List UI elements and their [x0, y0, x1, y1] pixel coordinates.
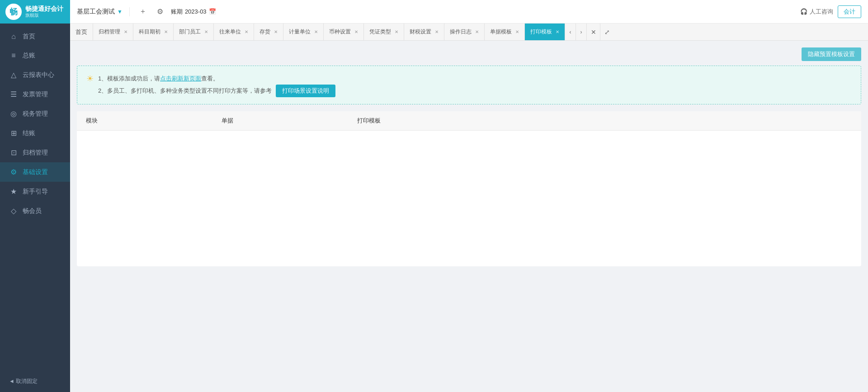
info-line-2: 2、多员工、多打印机、多种业务类型设置不同打印方案等，请参考 打印场景设置说明 — [98, 85, 335, 97]
sidebar-item-label: 基础设置 — [23, 168, 48, 176]
tab-template[interactable]: 单据模板 ✕ — [485, 24, 525, 41]
tab-subject[interactable]: 科目期初 ✕ — [133, 24, 174, 41]
company-selector[interactable]: 基层工会测试 ▼ — [77, 8, 123, 16]
sidebar-item-invoice[interactable]: ☰ 发票管理 — [0, 85, 70, 104]
tab-archive[interactable]: 归档管理 ✕ — [93, 24, 133, 41]
tab-currency-label: 币种设置 — [329, 28, 351, 36]
archive-icon: ⊡ — [9, 148, 18, 157]
action-bar: 隐藏预置模板设置 — [77, 47, 861, 61]
tab-unit-label: 计量单位 — [289, 28, 311, 36]
tab-unit-close-icon[interactable]: ✕ — [314, 30, 318, 34]
tab-print-label: 打印模板 — [530, 28, 552, 36]
topbar-divider-1 — [129, 7, 130, 16]
sidebar-logo: 畅 畅捷通好会计 旗舰版 — [0, 0, 70, 24]
company-name: 基层工会测试 — [77, 8, 115, 16]
sidebar-item-tax[interactable]: ◎ 税务管理 — [0, 104, 70, 123]
period-value: 2023-03 — [185, 8, 207, 15]
member-icon: ◇ — [9, 207, 18, 215]
table-header: 模块 单据 打印模板 — [77, 111, 861, 131]
tabs-next-button[interactable]: › — [576, 24, 587, 41]
tab-taxsetting-label: 财税设置 — [410, 28, 431, 36]
tab-subject-close-icon[interactable]: ✕ — [164, 30, 168, 34]
sidebar-footer[interactable]: ◄ 取消固定 — [0, 371, 70, 392]
sidebar-item-member[interactable]: ◇ 畅会员 — [0, 201, 70, 221]
sidebar-item-label: 税务管理 — [23, 110, 48, 118]
tab-oplog-label: 操作日志 — [450, 28, 472, 36]
tab-currency-close-icon[interactable]: ✕ — [354, 30, 358, 34]
info-line2-prefix: 2、多员工、多打印机、多种业务类型设置不同打印方案等，请参考 — [98, 87, 272, 94]
guide-icon: ★ — [9, 187, 18, 196]
main-area: 基层工会测试 ▼ ＋ ⚙ 账期 2023-03 📅 🎧 人工咨询 会计 首页 归… — [70, 0, 868, 392]
home-icon: ⌂ — [9, 33, 18, 41]
tab-inventory-label: 存货 — [259, 28, 270, 36]
topbar-right: 🎧 人工咨询 会计 — [800, 5, 861, 18]
tabs-prev-button[interactable]: ‹ — [565, 24, 576, 41]
info-box: ☀ 1、模板添加成功后，请点击刷新新页面查看。 2、多员工、多打印机、多种业务类… — [77, 66, 861, 104]
sidebar-item-settings[interactable]: ⚙ 基础设置 — [0, 162, 70, 182]
tab-partner[interactable]: 往来单位 ✕ — [214, 24, 254, 41]
tab-voucher-close-icon[interactable]: ✕ — [395, 30, 398, 34]
settings-gear-icon[interactable]: ⚙ — [154, 5, 166, 18]
sidebar-item-archive[interactable]: ⊡ 归档管理 — [0, 143, 70, 162]
info-text-block: 1、模板添加成功后，请点击刷新新页面查看。 2、多员工、多打印机、多种业务类型设… — [98, 73, 335, 97]
sidebar-item-label: 云报表中心 — [23, 71, 54, 79]
company-chevron-icon: ▼ — [117, 9, 123, 15]
period-info: 账期 2023-03 📅 — [171, 8, 216, 16]
content-area: 隐藏预置模板设置 ☀ 1、模板添加成功后，请点击刷新新页面查看。 2、多员工、多… — [70, 41, 868, 392]
column-print-template: 打印模板 — [348, 111, 861, 130]
info-line1-prefix: 1、模板添加成功后，请 — [98, 75, 160, 82]
invoice-icon: ☰ — [9, 90, 18, 99]
tab-taxsetting[interactable]: 财税设置 ✕ — [404, 24, 444, 41]
tab-archive-close-icon[interactable]: ✕ — [124, 30, 127, 34]
tax-icon: ◎ — [9, 109, 18, 118]
tab-template-close-icon[interactable]: ✕ — [515, 30, 519, 34]
sidebar-item-home[interactable]: ⌂ 首页 — [0, 27, 70, 46]
tab-home-label: 首页 — [75, 28, 87, 36]
sidebar-item-label: 总账 — [23, 52, 35, 60]
tab-subject-label: 科目期初 — [139, 28, 160, 36]
unpin-label: ◄ 取消固定 — [9, 378, 38, 385]
logo-sub: 旗舰版 — [25, 12, 63, 19]
service-button[interactable]: 🎧 人工咨询 — [800, 8, 833, 16]
column-module: 模块 — [77, 111, 212, 130]
tab-taxsetting-close-icon[interactable]: ✕ — [435, 30, 439, 34]
tab-department-label: 部门员工 — [179, 28, 201, 36]
sidebar-item-label: 归档管理 — [23, 149, 48, 157]
info-line-1: 1、模板添加成功后，请点击刷新新页面查看。 — [98, 73, 335, 85]
tab-department-close-icon[interactable]: ✕ — [204, 30, 208, 34]
tab-department[interactable]: 部门员工 ✕ — [174, 24, 214, 41]
sidebar-item-ledger[interactable]: ≡ 总账 — [0, 46, 70, 65]
sidebar-item-label: 结账 — [23, 129, 35, 137]
sidebar-item-label: 首页 — [23, 33, 35, 41]
tab-template-label: 单据模板 — [490, 28, 512, 36]
calendar-icon[interactable]: 📅 — [209, 8, 216, 15]
tabs-close-all-button[interactable]: ✕ — [587, 24, 600, 41]
tab-print-close-icon[interactable]: ✕ — [556, 30, 559, 34]
tab-inventory[interactable]: 存货 ✕ — [254, 24, 283, 41]
column-document: 单据 — [212, 111, 348, 130]
logo-icon: 畅 — [5, 4, 22, 20]
tab-currency[interactable]: 币种设置 ✕ — [324, 24, 364, 41]
add-icon[interactable]: ＋ — [137, 5, 149, 18]
logo-name: 畅捷通好会计 — [25, 5, 63, 13]
tab-home[interactable]: 首页 — [70, 24, 93, 41]
tab-unit[interactable]: 计量单位 ✕ — [283, 24, 324, 41]
info-line1-suffix: 查看。 — [201, 75, 219, 82]
checkout-icon: ⊞ — [9, 129, 18, 137]
tab-voucher[interactable]: 凭证类型 ✕ — [364, 24, 404, 41]
sidebar-item-guide[interactable]: ★ 新手引导 — [0, 182, 70, 201]
hide-settings-button[interactable]: 隐藏预置模板设置 — [802, 47, 861, 61]
sidebar-item-report[interactable]: △ 云报表中心 — [0, 65, 70, 85]
tabs-expand-button[interactable]: ⤢ — [600, 24, 614, 41]
tab-oplog[interactable]: 操作日志 ✕ — [444, 24, 485, 41]
sidebar-item-checkout[interactable]: ⊞ 结账 — [0, 123, 70, 143]
tab-inventory-close-icon[interactable]: ✕ — [274, 30, 278, 34]
tab-partner-close-icon[interactable]: ✕ — [245, 30, 248, 34]
print-scene-button[interactable]: 打印场景设置说明 — [276, 85, 335, 97]
account-button[interactable]: 会计 — [838, 5, 861, 18]
service-label: 人工咨询 — [810, 8, 833, 16]
tab-print[interactable]: 打印模板 ✕ — [525, 24, 565, 41]
settings-icon: ⚙ — [9, 168, 18, 176]
refresh-link[interactable]: 点击刷新新页面 — [160, 75, 201, 82]
tab-oplog-close-icon[interactable]: ✕ — [475, 30, 479, 34]
